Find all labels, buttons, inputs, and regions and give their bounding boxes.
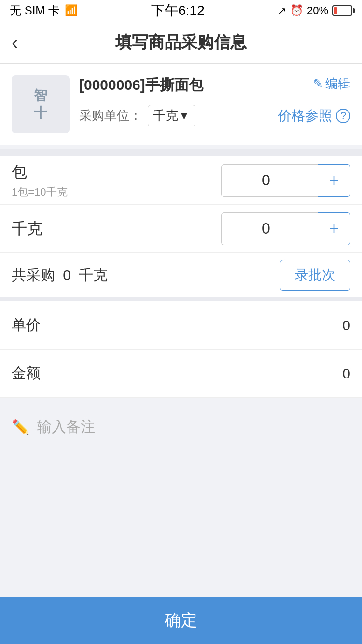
carrier-text: 无 SIM 卡 bbox=[10, 3, 60, 18]
product-card: 智 十 [0000006]手撕面包 ✎ 编辑 采购单位： 千克 ▾ 价格参照 bbox=[0, 64, 362, 149]
help-icon: ? bbox=[336, 109, 350, 123]
price-ref-button[interactable]: 价格参照 ? bbox=[278, 107, 350, 125]
total-text: 共采购 0 千克 bbox=[12, 266, 108, 285]
record-batch-button[interactable]: 录批次 bbox=[280, 260, 350, 291]
plus-button-kg[interactable]: + bbox=[318, 212, 350, 245]
product-logo: 智 十 bbox=[34, 87, 47, 122]
back-button[interactable]: ‹ bbox=[12, 33, 18, 52]
amount-row: 金额 0 bbox=[0, 350, 362, 398]
input-row-kg: 千克 + bbox=[0, 205, 362, 253]
status-bar-right: ↗ ⏰ 20% bbox=[278, 4, 352, 17]
qty-input-kg[interactable] bbox=[221, 212, 318, 245]
unit-name-bao: 包 bbox=[12, 162, 68, 183]
product-info: [0000006]手撕面包 ✎ 编辑 采购单位： 千克 ▾ 价格参照 ? bbox=[79, 75, 350, 126]
dropdown-arrow-icon: ▾ bbox=[181, 108, 187, 123]
remark-section[interactable]: ✏️ 输入备注 bbox=[0, 398, 362, 456]
content-area bbox=[0, 456, 362, 591]
input-label-bao: 包 1包=10千克 bbox=[12, 162, 68, 199]
product-unit: 采购单位： 千克 ▾ 价格参照 ? bbox=[79, 105, 350, 126]
unit-value: 千克 bbox=[153, 107, 178, 124]
product-header: [0000006]手撕面包 ✎ 编辑 bbox=[79, 75, 350, 95]
battery-icon bbox=[332, 5, 352, 16]
input-section: 包 1包=10千克 + 千克 + bbox=[0, 156, 362, 253]
edit-icon: ✎ bbox=[313, 76, 323, 91]
status-bar-left: 无 SIM 卡 📶 bbox=[10, 3, 78, 18]
unit-hint-bao: 1包=10千克 bbox=[12, 185, 68, 199]
plus-button-bao[interactable]: + bbox=[318, 164, 350, 197]
price-label: 单价 bbox=[12, 315, 41, 335]
status-bar-time: 下午6:12 bbox=[151, 1, 205, 20]
qty-input-bao[interactable] bbox=[221, 164, 318, 197]
price-value: 0 bbox=[342, 317, 350, 334]
remark-placeholder: 输入备注 bbox=[37, 417, 95, 437]
amount-label: 金额 bbox=[12, 364, 41, 383]
confirm-button[interactable]: 确定 bbox=[0, 597, 362, 644]
price-section: 单价 0 金额 0 bbox=[0, 301, 362, 398]
unit-name-kg: 千克 bbox=[12, 218, 50, 239]
wifi-icon: 📶 bbox=[65, 4, 78, 17]
total-row: 共采购 0 千克 录批次 bbox=[0, 253, 362, 301]
status-bar: 无 SIM 卡 📶 下午6:12 ↗ ⏰ 20% bbox=[0, 0, 362, 21]
input-wrapper-kg: + bbox=[221, 212, 350, 245]
location-icon: ↗ bbox=[278, 5, 286, 16]
nav-bar: ‹ 填写商品采购信息 bbox=[0, 21, 362, 64]
input-label-kg: 千克 bbox=[12, 218, 50, 239]
unit-label: 采购单位： bbox=[79, 107, 142, 124]
battery-percent: 20% bbox=[307, 4, 328, 17]
input-row-bao: 包 1包=10千克 + bbox=[0, 156, 362, 205]
section-divider-1 bbox=[0, 149, 362, 156]
product-image: 智 十 bbox=[12, 75, 70, 133]
alarm-icon: ⏰ bbox=[290, 4, 303, 17]
product-name: [0000006]手撕面包 bbox=[79, 75, 313, 95]
price-row: 单价 0 bbox=[0, 301, 362, 350]
input-wrapper-bao: + bbox=[221, 164, 350, 197]
page-title: 填写商品采购信息 bbox=[115, 31, 247, 54]
unit-dropdown[interactable]: 千克 ▾ bbox=[148, 105, 195, 126]
pencil-icon: ✏️ bbox=[12, 419, 29, 435]
edit-button[interactable]: ✎ 编辑 bbox=[313, 75, 350, 92]
amount-value: 0 bbox=[342, 365, 350, 382]
